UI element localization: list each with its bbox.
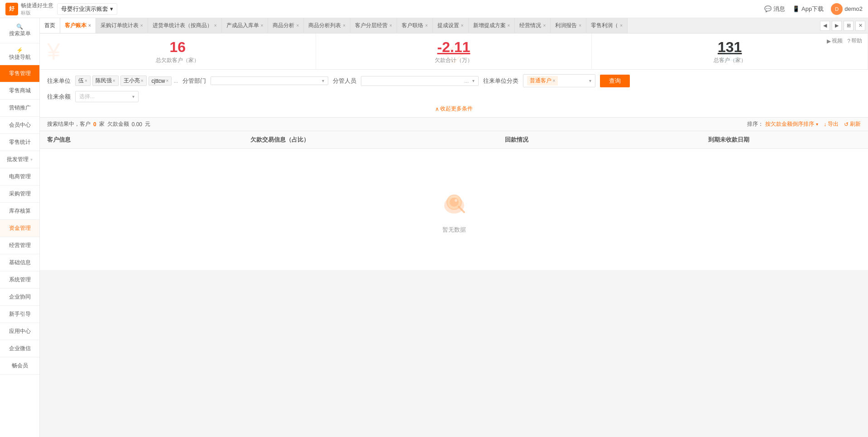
sidebar-item-newbie[interactable]: 新手引导: [0, 306, 39, 323]
tab-retail-profit-close[interactable]: ×: [620, 23, 623, 28]
marketing-label: 营销推广: [0, 104, 39, 112]
balance-arrow: ▾: [132, 94, 134, 99]
filter-tag-3-remove[interactable]: ×: [141, 78, 144, 83]
debt-value: 0.00: [132, 121, 142, 128]
sort-label: 排序：: [747, 120, 763, 128]
workspace-selector[interactable]: 母婴行业演示账套 ▾: [57, 3, 117, 15]
filter-tag-4-remove[interactable]: ×: [166, 78, 169, 83]
sidebar-item-purchase[interactable]: 采购管理: [0, 185, 39, 203]
member-label: 会员中心: [0, 121, 39, 129]
balance-placeholder: 选择...: [79, 93, 95, 100]
tab-inbound-stat[interactable]: 进货单统计表（按商品） ×: [148, 18, 222, 33]
tab-close-all[interactable]: ✕: [855, 21, 865, 31]
tab-inbound-stat-close[interactable]: ×: [214, 23, 217, 28]
tab-goods-analysis-close[interactable]: ×: [296, 23, 299, 28]
sidebar-item-wecom[interactable]: 企业微信: [0, 340, 39, 357]
unit-class-arrow: ▾: [589, 78, 591, 83]
user-area[interactable]: D demo2: [831, 3, 863, 15]
tab-customer-segment-close[interactable]: ×: [389, 23, 392, 28]
query-btn[interactable]: 查询: [600, 75, 630, 87]
tab-product-inbound[interactable]: 产成品入库单 ×: [222, 18, 269, 33]
sidebar-item-system[interactable]: 系统管理: [0, 271, 39, 289]
apps-label: 应用中心: [0, 328, 39, 335]
tab-customer-segment[interactable]: 客户分层经营 ×: [350, 18, 397, 33]
total-debtors-value: 16: [170, 39, 186, 56]
tab-customer-book[interactable]: 客户账本 ×: [60, 18, 96, 33]
sidebar-item-ops[interactable]: 经营管理: [0, 237, 39, 254]
retail-stat-label: 零售统计: [0, 138, 39, 146]
sidebar-item-capital[interactable]: 资金管理: [0, 220, 39, 237]
tab-retail-profit[interactable]: 零售利润（ ×: [586, 18, 628, 33]
sidebar-item-apps[interactable]: 应用中心: [0, 323, 39, 340]
table-header: 客户信息 欠款交易信息（占比） 回款情况 到期未收款日期: [40, 131, 868, 149]
tab-customer-contact[interactable]: 客户联络 ×: [397, 18, 433, 33]
tab-new-promotion-close[interactable]: ×: [508, 23, 510, 28]
sidebar-item-basic[interactable]: 基础信息: [0, 254, 39, 271]
tab-bar: 首页 客户账本 × 采购订单统计表 × 进货单统计表（按商品） × 产成品入库单…: [40, 18, 868, 33]
tab-expand[interactable]: ⊞: [844, 21, 854, 31]
content-area: 首页 客户账本 × 采购订单统计表 × 进货单统计表（按商品） × 产成品入库单…: [40, 18, 868, 437]
sidebar-item-inventory[interactable]: 库存核算: [0, 203, 39, 220]
tab-purchase-order-stat-label: 采购订单统计表: [101, 22, 139, 29]
sort-arrow: ▾: [816, 122, 818, 127]
wecom-label: 企业微信: [0, 345, 39, 352]
video-link[interactable]: ▶ 视频: [827, 37, 843, 45]
person-dropdown[interactable]: ... ▾: [361, 76, 479, 86]
filter-tag-1-remove[interactable]: ×: [85, 78, 87, 83]
balance-filter-label: 往来余额: [47, 93, 71, 101]
tab-scroll-left[interactable]: ◀: [820, 21, 830, 31]
balance-dropdown[interactable]: 选择... ▾: [75, 91, 139, 102]
tab-promotion-settings[interactable]: 提成设置 ×: [433, 18, 469, 33]
col-customer-header: 客户信息: [47, 136, 250, 144]
tab-ops-status[interactable]: 经营情况 ×: [515, 18, 551, 33]
tab-home[interactable]: 首页: [40, 18, 60, 33]
sidebar-item-retail-mgmt[interactable]: 零售管理: [0, 65, 39, 82]
app-download-btn[interactable]: 📱 App下载: [792, 5, 824, 13]
tab-profit-report-close[interactable]: ×: [579, 23, 581, 28]
sidebar-item-member[interactable]: 会员中心: [0, 117, 39, 134]
sidebar-item-enterprise[interactable]: 企业协同: [0, 289, 39, 306]
tab-scroll-right[interactable]: ▶: [832, 21, 842, 31]
header-right: 💬 消息 📱 App下载 D demo2: [764, 3, 863, 15]
filter-tag-3-label: 王小亮: [124, 77, 140, 85]
quick-nav-label: 快捷导航: [0, 53, 39, 61]
tab-purchase-order-stat-close[interactable]: ×: [140, 23, 143, 28]
unit-class-dropdown[interactable]: 普通客户 × ▾: [523, 74, 595, 87]
tab-goods-analysis[interactable]: 商品分析 ×: [268, 18, 304, 33]
sidebar-item-retail-stat[interactable]: 零售统计: [0, 134, 39, 151]
sidebar-item-ecommerce[interactable]: 电商管理: [0, 168, 39, 185]
collapse-btn[interactable]: ∧ 收起更多条件: [435, 105, 473, 113]
filter-tag-2-remove[interactable]: ×: [113, 78, 115, 83]
messages-btn[interactable]: 💬 消息: [764, 5, 785, 13]
refresh-label: 刷新: [850, 120, 861, 128]
sidebar-item-retail-mall[interactable]: 零售商城: [0, 82, 39, 100]
tab-profit-report[interactable]: 利润报告 ×: [551, 18, 586, 33]
sidebar-item-wholesale[interactable]: 批发管理 ▾: [0, 151, 39, 168]
tab-goods-analysis-label: 商品分析: [273, 22, 294, 29]
data-table: 客户信息 欠款交易信息（占比） 回款情况 到期未收款日期: [40, 131, 868, 270]
tab-ops-status-close[interactable]: ×: [543, 23, 546, 28]
tab-promotion-settings-close[interactable]: ×: [461, 23, 464, 28]
refresh-btn[interactable]: ↺ 刷新: [844, 120, 861, 128]
tab-purchase-order-stat[interactable]: 采购订单统计表 ×: [96, 18, 148, 33]
help-link[interactable]: ? 帮助: [847, 37, 862, 45]
tab-new-promotion[interactable]: 新增提成方案 ×: [469, 18, 515, 33]
filter-tag-4-label: cjttcw: [152, 78, 165, 84]
tab-goods-analysis-list-close[interactable]: ×: [343, 23, 345, 28]
more-tags[interactable]: ...: [173, 78, 178, 84]
unit-class-tag-remove[interactable]: ×: [552, 78, 555, 83]
sidebar-item-vip[interactable]: 畅会员: [0, 357, 39, 375]
dept-dropdown[interactable]: ▾: [211, 76, 328, 85]
tab-product-inbound-close[interactable]: ×: [261, 23, 264, 28]
tab-customer-book-close[interactable]: ×: [88, 23, 91, 28]
filter-row-1: 往来单位 伍 × 陈民强 × 王小亮 ×: [47, 74, 861, 87]
unit-class-label: 往来单位分类: [483, 77, 518, 85]
export-btn[interactable]: ↓ 导出: [824, 120, 839, 128]
sidebar: 🔍 搜索菜单 ⚡ 快捷导航 零售管理 零售商城 营销推广 会员中心 零售统计 批…: [0, 18, 40, 437]
unit-filter-tags: 伍 × 陈民强 × 王小亮 × cjttcw ×: [75, 76, 178, 86]
sidebar-search[interactable]: 🔍 搜索菜单: [0, 18, 39, 43]
tab-goods-analysis-list[interactable]: 商品分析列表 ×: [304, 18, 350, 33]
tab-customer-contact-close[interactable]: ×: [425, 23, 428, 28]
sidebar-quick-nav[interactable]: ⚡ 快捷导航: [0, 43, 39, 65]
sidebar-item-marketing[interactable]: 营销推广: [0, 100, 39, 117]
